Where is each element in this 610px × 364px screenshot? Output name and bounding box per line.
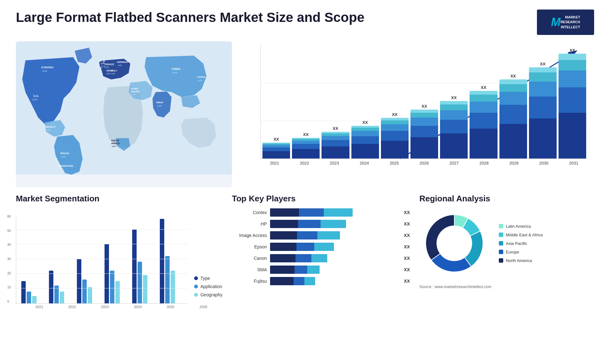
bar-group-2025: XX: [381, 112, 409, 158]
svg-text:ITALY: ITALY: [111, 70, 117, 72]
bar-seg-3: [440, 104, 468, 110]
player-seg-0: [270, 208, 299, 217]
player-seg-2: [321, 220, 346, 228]
bar-xlabel-2030: 2030: [530, 161, 558, 165]
player-seg-0: [270, 243, 296, 251]
player-seg-1: [299, 208, 324, 217]
seg-bar-0: [160, 219, 164, 303]
segmentation-title: Market Segmentation: [16, 194, 222, 204]
seg-bar-1: [82, 280, 87, 303]
player-seg-0: [270, 266, 295, 274]
bar-seg-1: [470, 113, 497, 129]
player-value-2: XX: [404, 233, 410, 238]
bar-seg-0: [262, 151, 290, 158]
players-title: Top Key Players: [232, 194, 410, 204]
player-seg-1: [294, 277, 304, 285]
regional-content: Latin AmericaMiddle East & AfricaAsia Pa…: [419, 208, 594, 278]
bar-group-2030: XX: [529, 62, 557, 158]
bar-label-2030: XX: [540, 62, 546, 66]
regional-legend-label-4: North America: [506, 258, 532, 263]
bar-xlabel-2026: 2026: [410, 161, 438, 165]
bar-group-2023: XX: [322, 126, 349, 158]
bar-seg-0: [529, 118, 557, 158]
bar-chart-bars: XXXXXXXXXXXXXXXXXXXXXX: [261, 44, 588, 159]
bar-stack-2021: [262, 143, 290, 158]
player-value-1: XX: [404, 221, 410, 226]
svg-text:xx%: xx%: [118, 64, 122, 66]
bar-stack-2027: [440, 101, 468, 158]
seg-bar-1: [165, 256, 170, 303]
bar-seg-3: [559, 60, 586, 71]
bar-seg-0: [292, 149, 320, 158]
player-seg-1: [295, 254, 311, 262]
player-bar-4: [270, 254, 342, 262]
bar-group-2027: XX: [440, 95, 468, 158]
seg-bar-2: [32, 296, 37, 303]
svg-text:CHINA: CHINA: [172, 67, 181, 71]
bar-seg-2: [381, 124, 409, 131]
player-name-0: Contex: [232, 210, 267, 215]
bar-stack-2026: [410, 110, 438, 158]
regional-legend-label-3: Europe: [506, 250, 519, 254]
bar-stack-2024: [351, 126, 379, 158]
seg-legend: Type Application Geography: [194, 276, 222, 304]
svg-text:xx%: xx%: [59, 168, 63, 171]
svg-text:xx%: xx%: [112, 145, 116, 147]
player-seg-2: [317, 231, 340, 239]
regional-legend-label-2: Asia Pacific: [506, 241, 527, 246]
regional-legend-item-4: North America: [499, 258, 543, 263]
player-row-6: FujitsuXX: [232, 277, 410, 285]
bar-group-2021: XX: [262, 137, 290, 158]
bar-seg-2: [351, 131, 379, 136]
bar-seg-2: [440, 110, 468, 120]
seg-chart: 0102030405060: [16, 215, 188, 304]
svg-text:ARABIA: ARABIA: [131, 91, 139, 93]
player-seg-2: [304, 277, 315, 285]
bar-label-2022: XX: [303, 132, 308, 137]
world-map-section: CANADA xx% U.S. xx% MEXICO xx% BRAZIL xx…: [16, 41, 232, 187]
bar-seg-1: [410, 126, 438, 137]
regional-section: Regional Analysis Latin AmericaMiddle Ea…: [419, 194, 594, 318]
regional-title: Regional Analysis: [419, 194, 594, 204]
legend-geography-dot: [194, 293, 198, 297]
legend-geography: Geography: [194, 292, 222, 297]
bar-xlabel-2022: 2022: [290, 161, 318, 165]
bar-stack-2023: [322, 132, 349, 158]
regional-legend-label-0: Latin America: [506, 224, 531, 229]
player-seg-1: [298, 220, 321, 228]
segmentation-section: Market Segmentation 0102030405060: [16, 194, 222, 318]
regional-legend: Latin AmericaMiddle East & AfricaAsia Pa…: [499, 224, 543, 263]
bar-seg-1: [322, 140, 349, 146]
seg-group-2024: [105, 244, 127, 303]
player-row-0: ContexXX: [232, 208, 410, 217]
bar-label-2028: XX: [481, 85, 486, 90]
player-value-4: XX: [404, 256, 410, 261]
seg-group-2026: [160, 219, 182, 303]
bottom-row: Market Segmentation 0102030405060: [16, 194, 594, 318]
svg-text:SOUTH: SOUTH: [111, 139, 119, 142]
legend-type: Type: [194, 276, 222, 281]
bar-seg-2: [529, 82, 557, 97]
svg-text:xx%: xx%: [111, 72, 115, 75]
seg-x-labels: 202120222023202420252026: [16, 304, 222, 309]
bar-label-2029: XX: [510, 74, 516, 78]
bar-seg-2: [559, 71, 586, 87]
seg-group-2025: [132, 229, 155, 303]
logo-text: MARKET RESEARCH INTELLECT: [560, 15, 580, 30]
bar-label-2027: XX: [451, 95, 457, 100]
bar-seg-1: [559, 87, 586, 112]
svg-text:xx%: xx%: [173, 71, 177, 74]
svg-text:xx%: xx%: [42, 70, 47, 72]
seg-bar-0: [49, 271, 53, 303]
player-bar-container-1: [270, 220, 398, 228]
svg-text:xx%: xx%: [157, 104, 162, 107]
regional-legend-label-1: Middle East & Africa: [506, 233, 543, 237]
bar-seg-4: [559, 54, 586, 60]
seg-bar-1: [54, 286, 59, 303]
player-bar-1: [270, 220, 350, 228]
page-title: Large Format Flatbed Scanners Market Siz…: [16, 10, 364, 25]
player-seg-0: [270, 254, 295, 262]
player-row-4: CanonXX: [232, 254, 410, 262]
players-list: ContexXXHPXXImage AccessXXEpsonXXCanonXX…: [232, 208, 410, 285]
logo-letter: M: [551, 16, 560, 29]
